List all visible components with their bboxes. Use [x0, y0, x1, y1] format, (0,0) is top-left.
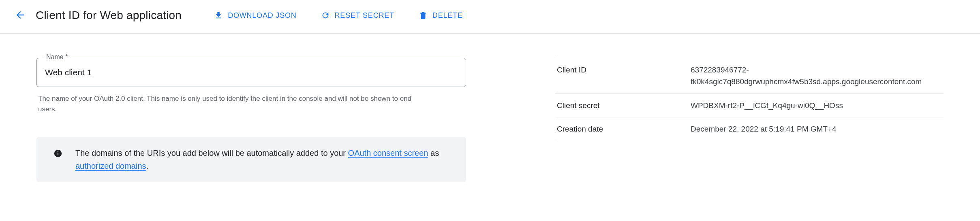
page-header: Client ID for Web application DOWNLOAD J… [0, 0, 980, 34]
cred-value-creation-date: December 22, 2022 at 5:19:41 PM GMT+4 [689, 117, 944, 141]
svg-rect-1 [58, 153, 58, 155]
svg-rect-2 [58, 151, 58, 152]
cred-value-client-secret: WPDBXM-rt2-P__lCGt_Kq4gu-wi0Q__HOss [689, 94, 944, 117]
table-row: Creation date December 22, 2022 at 5:19:… [555, 117, 944, 141]
name-helper-text: The name of your OAuth 2.0 client. This … [36, 92, 434, 115]
oauth-consent-link[interactable]: OAuth consent screen [348, 149, 428, 158]
name-input[interactable] [36, 58, 466, 87]
page-title: Client ID for Web application [36, 9, 182, 22]
cred-label-creation-date: Creation date [555, 117, 689, 141]
info-icon [53, 149, 62, 159]
download-icon [214, 11, 223, 20]
download-json-label: DOWNLOAD JSON [228, 11, 296, 20]
download-json-button[interactable]: DOWNLOAD JSON [214, 11, 296, 20]
refresh-icon [321, 11, 330, 20]
reset-secret-button[interactable]: RESET SECRET [321, 11, 394, 20]
cred-label-client-id: Client ID [555, 58, 689, 94]
trash-icon [419, 11, 428, 20]
cred-label-client-secret: Client secret [555, 94, 689, 117]
back-button[interactable] [12, 7, 28, 23]
delete-button[interactable]: DELETE [419, 11, 463, 20]
name-field-wrap: Name * [36, 58, 466, 87]
table-row: Client ID 6372283946772-tk0k4sglc7q880dg… [555, 58, 944, 94]
info-text: The domains of the URIs you add below wi… [75, 147, 455, 172]
arrow-left-icon [15, 9, 26, 22]
reset-secret-label: RESET SECRET [335, 11, 394, 20]
delete-label: DELETE [432, 11, 463, 20]
cred-value-client-id: 6372283946772-tk0k4sglc7q880dgrwuphcmx4f… [689, 58, 944, 94]
table-row: Client secret WPDBXM-rt2-P__lCGt_Kq4gu-w… [555, 94, 944, 117]
name-field-label: Name * [43, 53, 71, 61]
credentials-table: Client ID 6372283946772-tk0k4sglc7q880dg… [555, 58, 944, 141]
authorized-domains-link[interactable]: authorized domains [75, 162, 146, 171]
info-box: The domains of the URIs you add below wi… [36, 137, 466, 182]
